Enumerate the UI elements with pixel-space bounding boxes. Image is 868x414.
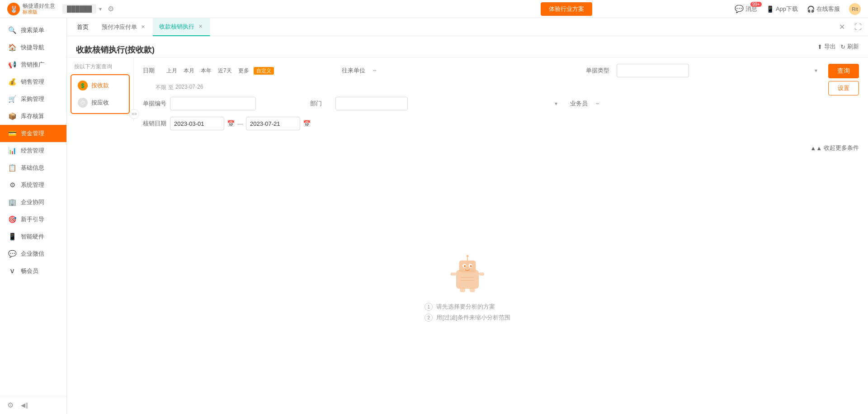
svg-rect-9	[479, 272, 485, 276]
sidebar-collapse-icon[interactable]: ◀‖	[21, 402, 28, 409]
svg-rect-10	[460, 287, 465, 292]
marketing-icon: 📢	[8, 61, 16, 69]
sidebar-item-search[interactable]: 🔍 搜索菜单	[0, 22, 66, 39]
writeoff-date-end-input[interactable]	[246, 117, 300, 130]
by-receivable-icon: ⏱	[78, 98, 88, 108]
online-service-button[interactable]: 🎧 在线客服	[807, 5, 840, 13]
by-receipt-icon: 💲	[78, 81, 88, 90]
doc-number-input[interactable]	[170, 97, 256, 110]
sidebar-item-label: 库存核算	[21, 112, 44, 120]
sales-icon: 💰	[8, 78, 16, 86]
svg-point-7	[467, 255, 469, 257]
date-this-year[interactable]: 本年	[199, 66, 213, 76]
date-no-limit: 不限	[156, 84, 166, 91]
tab-prepay-label: 预付冲应付单	[102, 23, 137, 31]
sidebar-item-basic-info[interactable]: 📋 基础信息	[0, 159, 66, 176]
sidebar-item-operations[interactable]: 📊 经营管理	[0, 142, 66, 159]
system-icon: ⚙	[8, 181, 16, 189]
tab-receipt-writeoff[interactable]: 收款核销执行 ✕	[153, 18, 210, 36]
dept-select[interactable]	[335, 97, 408, 110]
date-value: 2023-07-26	[175, 84, 203, 91]
sidebar-item-purchase[interactable]: 🛒 采购管理	[0, 90, 66, 108]
sidebar-item-label: 新手引导	[21, 215, 44, 224]
tab-close-all-button[interactable]: ✕	[835, 21, 848, 33]
sidebar-item-finance[interactable]: 💳 资金管理	[0, 125, 66, 142]
filter-fields-area: 日期 上月 本月 本年 近7天 更多 自定义	[143, 64, 821, 137]
sidebar-item-guide[interactable]: 🎯 新手引导	[0, 211, 66, 228]
quick-nav-icon: 🏠	[8, 43, 16, 52]
sidebar-item-marketing[interactable]: 📢 营销推广	[0, 56, 66, 73]
collapse-more-button[interactable]: ▲▲ 收起更多条件	[143, 142, 859, 154]
sidebar-item-sales[interactable]: 💰 销售管理	[0, 73, 66, 90]
sidebar-item-system[interactable]: ⚙ 系统管理	[0, 176, 66, 194]
sidebar-item-label: 智能硬件	[21, 233, 44, 241]
doc-type-field: 单据类型	[586, 64, 821, 77]
tab-home-label: 首页	[77, 23, 89, 31]
sidebar-item-wechat[interactable]: 💬 企业微信	[0, 245, 66, 262]
basic-info-icon: 📋	[8, 164, 16, 172]
tab-bar: 首页 预付冲应付单 ✕ 收款核销执行 ✕ ✕ ⛶	[67, 18, 868, 36]
query-button[interactable]: 查询	[828, 64, 859, 78]
app-download-button[interactable]: 📱 App下载	[766, 5, 798, 13]
date-range-row: 不限 至 2023-07-26	[143, 84, 821, 91]
writeoff-date-start-input[interactable]	[170, 117, 224, 130]
counterparty-label: 往来单位	[342, 67, 365, 75]
export-button[interactable]: ⬆ 导出	[817, 43, 836, 51]
company-name-label: ██████	[62, 4, 96, 14]
date-7days[interactable]: 近7天	[216, 66, 234, 76]
filter-sidebar-title: 按以下方案查询	[71, 63, 130, 74]
settings-gear-icon[interactable]: ⚙	[104, 3, 117, 15]
refresh-icon: ↻	[840, 43, 845, 50]
avatar[interactable]: Rit	[849, 3, 861, 15]
filter-sidebar: 按以下方案查询 💲 按收款 ⏱ 按应收	[67, 57, 134, 121]
writeoff-date-end-icon[interactable]: 📅	[303, 120, 311, 127]
company-dropdown-icon[interactable]: ▾	[99, 6, 102, 12]
sidebar-item-label: 企业协同	[21, 198, 44, 206]
date-custom-badge[interactable]: 自定义	[254, 67, 274, 75]
svg-point-5	[470, 265, 472, 267]
refresh-button[interactable]: ↻ 刷新	[840, 43, 859, 51]
message-button[interactable]: 💬 消息 99+	[735, 5, 757, 13]
sidebar-item-label: 采购管理	[21, 95, 44, 103]
salesperson-more-icon[interactable]: ···	[595, 100, 599, 108]
writeoff-date-start-icon[interactable]: 📅	[227, 120, 235, 127]
search-icon: 🔍	[8, 26, 16, 34]
filter-options-border: 💲 按收款 ⏱ 按应收	[71, 74, 130, 114]
doc-type-select-wrap[interactable]	[617, 64, 821, 77]
dept-select-wrap[interactable]	[335, 97, 561, 110]
date-more[interactable]: 更多	[236, 66, 251, 76]
doc-type-select[interactable]	[617, 64, 689, 77]
tab-prepay-close-icon[interactable]: ✕	[140, 24, 146, 30]
page-header: 收款核销执行(按收款) ⬆ 导出 ↻ 刷新	[67, 36, 868, 57]
collapse-up-icon: ▲▲	[810, 145, 822, 152]
sidebar-item-quick-nav[interactable]: 🏠 快捷导航	[0, 39, 66, 56]
date-last-month[interactable]: 上月	[165, 66, 179, 76]
tab-receipt-writeoff-close-icon[interactable]: ✕	[197, 24, 203, 30]
industry-solution-button[interactable]: 体验行业方案	[541, 2, 592, 16]
sidebar-item-inventory[interactable]: 📦 库存核算	[0, 108, 66, 125]
sidebar-item-hardware[interactable]: 📱 智能硬件	[0, 228, 66, 245]
empty-tip-1-text: 请先选择要分析的方案	[436, 303, 495, 311]
filter-row-date: 日期 上月 本月 本年 近7天 更多 自定义	[143, 64, 821, 77]
tab-home[interactable]: 首页	[71, 18, 95, 36]
tab-expand-button[interactable]: ⛶	[852, 21, 864, 33]
by-receivable-label: 按应收	[91, 99, 109, 107]
sidebar-item-enterprise[interactable]: 🏢 企业协同	[0, 194, 66, 211]
filter-option-by-receipt[interactable]: 💲 按收款	[73, 77, 127, 94]
empty-tip-2: 2 用[过滤]条件来缩小分析范围	[425, 314, 510, 322]
company-selector[interactable]: ██████ ▾ ⚙	[62, 3, 398, 15]
settings-button[interactable]: 设置	[828, 81, 859, 95]
filter-option-by-receivable[interactable]: ⏱ 按应收	[73, 94, 127, 111]
sidebar-settings-icon[interactable]: ⚙	[7, 401, 14, 409]
logo-area: 🐰 畅捷通好生意 标准版	[7, 3, 55, 15]
export-icon: ⬆	[817, 43, 822, 50]
date-this-month[interactable]: 本月	[182, 66, 196, 76]
doc-type-label: 单据类型	[586, 67, 609, 75]
counterparty-field: 往来单位 ···	[342, 67, 577, 75]
inventory-icon: 📦	[8, 112, 16, 120]
counterparty-more-icon[interactable]: ···	[373, 67, 376, 75]
page-title: 收款核销执行(按收款)	[76, 44, 155, 55]
tab-prepay[interactable]: 预付冲应付单 ✕	[95, 18, 153, 36]
sidebar-item-member[interactable]: V 畅会员	[0, 262, 66, 280]
filter-row-1: 日期 上月 本月 本年 近7天 更多 自定义	[143, 64, 859, 137]
